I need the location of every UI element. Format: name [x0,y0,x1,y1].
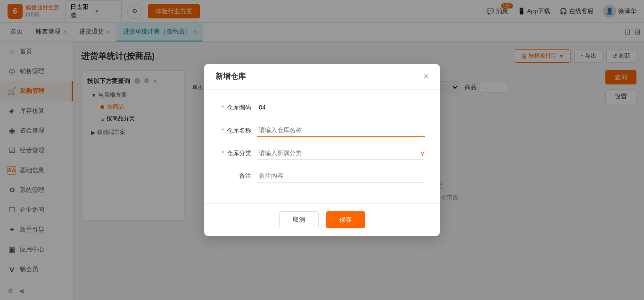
form-row-category: * 仓库分类 ∨ [219,147,425,160]
code-input[interactable] [257,101,425,114]
category-label: * 仓库分类 [219,149,257,158]
save-button[interactable]: 保存 [326,211,365,228]
form-row-name: * 仓库名称 [219,124,425,137]
modal-overlay: 新增仓库 × * 仓库编码 * 仓库名称 [0,0,644,300]
name-input[interactable] [257,124,425,137]
cancel-button[interactable]: 取消 [279,211,319,228]
add-warehouse-modal: 新增仓库 × * 仓库编码 * 仓库名称 [204,64,440,236]
modal-header: 新增仓库 × [204,64,440,90]
modal-title: 新增仓库 [215,72,246,82]
category-input[interactable] [257,147,420,159]
category-select-wrap: ∨ [257,147,425,160]
form-row-code: * 仓库编码 [219,101,425,114]
note-input[interactable] [257,169,425,183]
category-chevron-icon: ∨ [420,150,425,157]
code-label: * 仓库编码 [219,103,257,112]
form-row-note: 备注 [219,169,425,183]
modal-body: * 仓库编码 * 仓库名称 * 仓库分类 [204,90,440,203]
note-label: 备注 [219,172,257,180]
name-label: * 仓库名称 [219,126,257,135]
modal-footer: 取消 保存 [204,203,440,236]
modal-close-button[interactable]: × [423,72,429,82]
